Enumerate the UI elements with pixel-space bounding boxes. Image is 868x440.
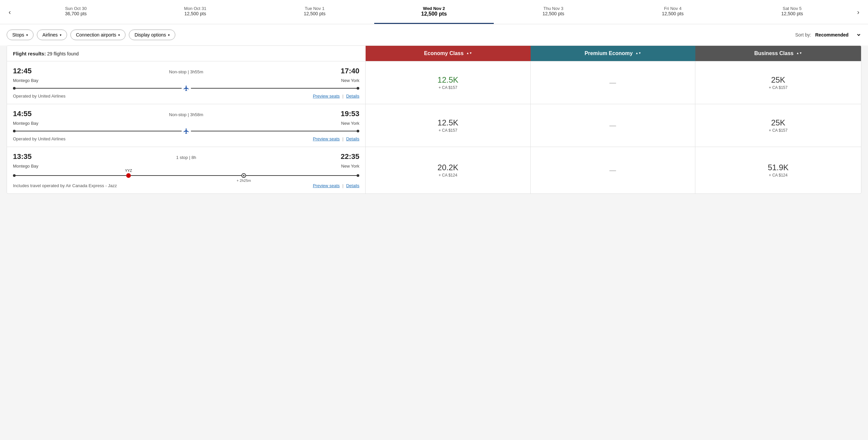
- operator-label: Includes travel operated by Air Canada E…: [13, 183, 117, 188]
- flight-route: Montego Bay New York: [13, 121, 359, 126]
- premium-price-cell: —: [531, 61, 695, 104]
- display-caret: ▾: [168, 33, 170, 37]
- business-pts: 25K: [771, 75, 785, 84]
- business-fee: + CA $124: [769, 173, 787, 177]
- table-row: 12:45 Non-stop | 3h55m 17:40 Montego Bay…: [7, 61, 861, 104]
- business-price-cell[interactable]: 51.9K + CA $124: [695, 147, 861, 194]
- stops-caret: ▾: [26, 33, 28, 37]
- table-row: 14:55 Non-stop | 3h58m 19:53 Montego Bay…: [7, 104, 861, 147]
- economy-price-cell[interactable]: 12.5K + CA $157: [366, 104, 530, 147]
- preview-seats-link[interactable]: Preview seats: [313, 136, 340, 141]
- flight-times: 12:45 Non-stop | 3h55m 17:40: [13, 67, 359, 75]
- arrive-time: 17:40: [341, 67, 359, 75]
- dest-dot: [356, 87, 359, 90]
- dest-dot: [356, 174, 359, 177]
- flight-rows: 12:45 Non-stop | 3h55m 17:40 Montego Bay…: [7, 61, 861, 194]
- flight-info-header: Flight results: 29 flights found: [7, 46, 366, 61]
- link-separator: |: [342, 136, 343, 141]
- preview-seats-link[interactable]: Preview seats: [313, 94, 340, 99]
- origin-dot: [13, 130, 16, 132]
- next-date-arrow[interactable]: ›: [852, 2, 865, 23]
- economy-fee: + CA $157: [439, 128, 457, 133]
- flight-line-1stop: YYZ ★ + 2h25m: [13, 173, 359, 178]
- flight-times: 14:55 Non-stop | 3h58m 19:53: [13, 109, 359, 118]
- business-sort-arrows[interactable]: ▲▼: [796, 52, 802, 55]
- date-item-5[interactable]: Fri Nov 412,500 pts: [613, 0, 733, 24]
- table-header: Flight results: 29 flights found Economy…: [7, 46, 861, 61]
- link-separator: |: [342, 183, 343, 188]
- flight-footer: Operated by United Airlines Preview seat…: [13, 136, 359, 141]
- date-item-6[interactable]: Sat Nov 512,500 pts: [733, 0, 852, 24]
- table-row: 13:35 1 stop | 8h 22:35 Montego Bay New …: [7, 147, 861, 194]
- dest-dot: [356, 130, 359, 132]
- arrive-time: 22:35: [341, 152, 359, 161]
- premium-pts: —: [609, 167, 616, 174]
- premium-price-cell: —: [531, 147, 695, 194]
- business-price-cell[interactable]: 25K + CA $157: [695, 104, 861, 147]
- sort-label: Sort by:: [795, 32, 811, 37]
- flight-duration: Non-stop | 3h58m: [169, 112, 203, 117]
- economy-pts: 12.5K: [438, 75, 459, 84]
- flight-route: Montego Bay New York: [13, 164, 359, 169]
- dest-label: New York: [341, 164, 359, 169]
- date-item-3[interactable]: Wed Nov 212,500 pts: [374, 0, 494, 24]
- economy-pts: 12.5K: [438, 118, 459, 127]
- flight-footer-links: Preview seats | Details: [313, 183, 359, 188]
- origin-dot: [13, 174, 16, 177]
- premium-sort-arrows[interactable]: ▲▼: [635, 52, 641, 55]
- business-header[interactable]: Business Class ▲▼: [695, 46, 861, 61]
- business-price-cell[interactable]: 25K + CA $157: [695, 61, 861, 104]
- origin-label: Montego Bay: [13, 164, 38, 169]
- airlines-caret: ▾: [60, 33, 61, 37]
- economy-price-cell[interactable]: 12.5K + CA $157: [366, 61, 530, 104]
- flight-info-cell-1: 14:55 Non-stop | 3h58m 19:53 Montego Bay…: [7, 104, 366, 147]
- date-navigation: ‹ Sun Oct 3036,700 ptsMon Oct 3112,500 p…: [0, 0, 868, 24]
- filters-bar: Stops ▾ Airlines ▾ Connection airports ▾…: [0, 24, 868, 45]
- date-item-1[interactable]: Mon Oct 3112,500 pts: [135, 0, 255, 24]
- date-item-4[interactable]: Thu Nov 312,500 pts: [494, 0, 613, 24]
- economy-price-cell[interactable]: 20.2K + CA $124: [366, 147, 530, 194]
- flight-footer-links: Preview seats | Details: [313, 94, 359, 99]
- stops-filter[interactable]: Stops ▾: [7, 30, 34, 40]
- flight-times: 13:35 1 stop | 8h 22:35: [13, 152, 359, 161]
- details-link[interactable]: Details: [346, 183, 359, 188]
- prev-date-arrow[interactable]: ‹: [3, 2, 16, 23]
- operator-label: Operated by United Airlines: [13, 136, 65, 141]
- preview-seats-link[interactable]: Preview seats: [313, 183, 340, 188]
- depart-time: 12:45: [13, 67, 32, 75]
- premium-header[interactable]: Premium Economy ▲▼: [531, 46, 695, 61]
- flight-route: Montego Bay New York: [13, 78, 359, 83]
- airlines-filter[interactable]: Airlines ▾: [37, 30, 67, 40]
- origin-label: Montego Bay: [13, 121, 38, 126]
- flight-results-label: Flight results: 29 flights found: [13, 51, 79, 57]
- stop-marker-red: YYZ: [126, 173, 131, 178]
- depart-time: 13:35: [13, 152, 32, 161]
- results-table: Flight results: 29 flights found Economy…: [7, 45, 861, 194]
- stop-marker-star: ★ + 2h25m: [241, 173, 246, 178]
- date-item-0[interactable]: Sun Oct 3036,700 pts: [16, 0, 136, 24]
- connection-filter[interactable]: Connection airports ▾: [70, 30, 126, 40]
- details-link[interactable]: Details: [346, 136, 359, 141]
- depart-time: 14:55: [13, 109, 32, 118]
- dest-label: New York: [341, 121, 359, 126]
- flight-line-nonstop: [13, 128, 359, 134]
- flight-footer: Operated by United Airlines Preview seat…: [13, 94, 359, 99]
- business-fee: + CA $157: [769, 85, 787, 90]
- premium-pts: —: [609, 122, 616, 129]
- sort-select[interactable]: Recommended Price: Low to High Duration: [814, 32, 861, 38]
- link-separator: |: [342, 94, 343, 99]
- connection-caret: ▾: [118, 33, 120, 37]
- flight-footer: Includes travel operated by Air Canada E…: [13, 183, 359, 188]
- date-item-2[interactable]: Tue Nov 112,500 pts: [255, 0, 375, 24]
- origin-label: Montego Bay: [13, 78, 38, 83]
- economy-sort-arrows[interactable]: ▲▼: [466, 52, 472, 55]
- sort-section: Sort by: Recommended Price: Low to High …: [795, 32, 861, 38]
- display-filter[interactable]: Display options ▾: [129, 30, 175, 40]
- business-fee: + CA $157: [769, 128, 787, 133]
- arrive-time: 19:53: [341, 109, 359, 118]
- flight-duration: 1 stop | 8h: [176, 155, 196, 160]
- economy-header[interactable]: Economy Class ▲▼: [366, 46, 530, 61]
- business-pts: 51.9K: [768, 163, 788, 172]
- economy-fee: + CA $157: [439, 85, 457, 90]
- details-link[interactable]: Details: [346, 94, 359, 99]
